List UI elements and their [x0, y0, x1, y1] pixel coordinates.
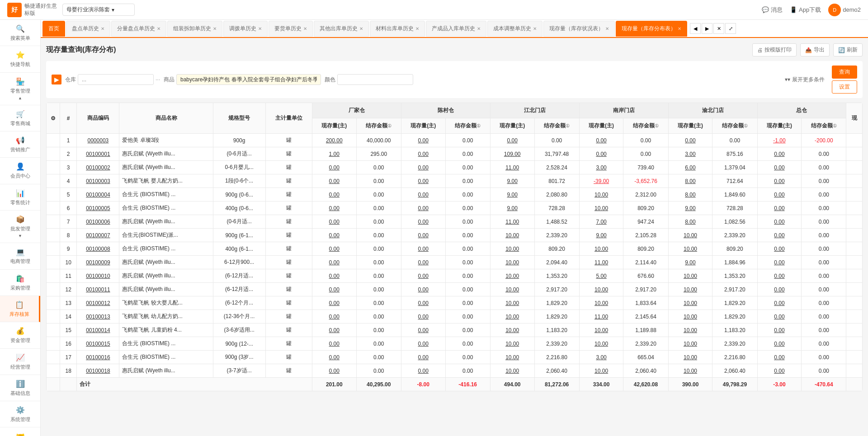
chen-qty-header: 现存量(主)	[401, 118, 445, 134]
top-bar-left: 好 畅捷通好生意 标版 母婴行业演示陈套 ▾	[7, 3, 135, 17]
yubei-qty-header: 现存量(主)	[668, 118, 712, 134]
user-icon: 👤	[16, 162, 25, 171]
color-input[interactable]	[337, 74, 413, 85]
tab-fullscreen-btn[interactable]: ⤢	[725, 23, 736, 34]
tab-material-outbound-history[interactable]: 材料出库单历史 ✕	[370, 21, 425, 37]
message-btn[interactable]: 💬 消息	[762, 6, 783, 14]
app-download-btn[interactable]: 📱 App下载	[790, 6, 821, 14]
refresh-btn[interactable]: 🔄 刷新	[833, 43, 863, 56]
chevron-down-icon: ▾	[112, 7, 114, 13]
tab-cost-adjust-history[interactable]: 成本调整单历史 ✕	[487, 21, 542, 37]
product-filter-field: 商品	[164, 74, 321, 85]
filter-expand-btn[interactable]: ▶	[52, 75, 61, 84]
tab-assembly-history[interactable]: 组装拆卸单历史 ✕	[167, 21, 222, 37]
warehouse-input[interactable]	[78, 74, 154, 85]
export-icon: 📤	[805, 47, 812, 53]
content-area: 首页 盘点单历史 ✕ 分量盘点单历史 ✕ 组装拆卸单历史 ✕ 调拨单历史 ✕	[41, 20, 868, 436]
tab-prev-btn[interactable]: ◀	[690, 23, 701, 34]
tab-inventory-count-history[interactable]: 盘点单历史 ✕	[66, 21, 110, 37]
tab-close-icon[interactable]: ✕	[359, 26, 363, 31]
tab-close-icon[interactable]: ✕	[101, 26, 104, 31]
tab-finished-goods-inbound[interactable]: 产成品入库单历史 ✕	[426, 21, 486, 37]
chen-amt-header: 结存金额①	[445, 118, 490, 134]
megaphone-icon: 📢	[16, 136, 25, 145]
tab-close-all-btn[interactable]: ✕	[713, 23, 724, 34]
sidebar-item-member[interactable]: 👤 会员中心	[0, 158, 40, 184]
export-btn[interactable]: 📤 导出	[800, 43, 830, 56]
settings-column-header: ⚙	[47, 103, 60, 134]
tab-close-icon[interactable]: ✕	[157, 26, 160, 31]
tab-close-icon[interactable]: ✕	[213, 26, 217, 31]
sidebar-item-wholesale[interactable]: 📦 批发管理 ▼	[0, 211, 40, 243]
sidebar-item-system[interactable]: ⚙️ 系统管理	[0, 401, 40, 427]
sidebar-item-ecommerce[interactable]: 💻 电商管理	[0, 243, 40, 269]
money-icon: 💰	[16, 327, 25, 335]
table-row: 700100006惠氏启赋 (Wyeth illu...(0-6月适...罐0.…	[47, 215, 863, 229]
tab-close-icon[interactable]: ✕	[303, 26, 307, 31]
color-filter-field: 颜色	[325, 74, 413, 85]
yubei-amt-header: 结存金额①	[712, 118, 757, 134]
tab-close-icon[interactable]: ✕	[678, 26, 681, 31]
tab-close-icon[interactable]: ✕	[258, 26, 262, 31]
table-row: 400100003飞鹤星飞帆 婴儿配方奶...1段(0-6个...罐0.000.…	[47, 174, 863, 188]
inventory-table: ⚙ # 商品编码 商品名称 规格型号 主计量单位 厂家仓 陈村仓 江北门店 南岸…	[46, 103, 863, 391]
sidebar-item-search[interactable]: 🔍 搜索英单	[0, 20, 40, 46]
tab-requisition-history[interactable]: 要货单历史 ✕	[269, 21, 313, 37]
tab-other-outbound-history[interactable]: 其他出库单历史 ✕	[314, 21, 369, 37]
sidebar-item-enterprise[interactable]: 🤝 企业协同	[0, 427, 40, 436]
table-row: 200100001惠氏启赋 (Wyeth illu...(0-6月适...罐1.…	[47, 147, 863, 161]
table-row: 1700100016合生元 (BIOSTIME) ...900g (3岁...罐…	[47, 351, 863, 364]
tab-close-icon[interactable]: ✕	[477, 26, 481, 31]
sidebar-item-operations[interactable]: 📈 经营管理	[0, 349, 40, 375]
product-input[interactable]	[176, 74, 321, 85]
sidebar-item-inventory[interactable]: 📋 库存核算	[0, 296, 40, 322]
sidebar-item-retail-mgmt[interactable]: 🏪 零售管理 ▲	[0, 73, 40, 105]
message-icon: 💬	[762, 6, 769, 13]
sidebar-item-basic[interactable]: ℹ️ 基础信息	[0, 375, 40, 401]
info-icon: ℹ️	[16, 380, 25, 388]
sidebar-item-purchase[interactable]: 🛍️ 采购管理	[0, 270, 40, 296]
nanan-qty-header: 现存量(主)	[579, 118, 623, 134]
logo-text: 畅捷通好生意 标版	[24, 3, 57, 17]
product-name-column-header: 商品名称	[119, 103, 213, 134]
app-container: 好 畅捷通好生意 标版 母婴行业演示陈套 ▾ 💬 消息 📱 App下载 D	[0, 0, 868, 436]
tab-inventory-distribution[interactable]: 现存量（库存分布表） ✕	[616, 21, 687, 37]
table-row: 1300100012飞鹤星飞帆 较大婴儿配...(6-12个月...罐0.000…	[47, 296, 863, 310]
avatar: D	[828, 4, 841, 16]
query-button[interactable]: 查询	[832, 66, 857, 79]
tab-home[interactable]: 首页	[42, 21, 65, 37]
expand-icon: ▼	[18, 234, 22, 238]
store-icon: 🏪	[16, 77, 25, 86]
sidebar-item-finance[interactable]: 💰 资金管理	[0, 322, 40, 348]
sidebar-item-shortcut[interactable]: ⭐ 快捷导航	[0, 46, 40, 72]
search-icon: 🔍	[16, 24, 25, 33]
fac-qty-header: 现存量(主)	[312, 118, 356, 134]
tab-transfer-history[interactable]: 调拨单历史 ✕	[223, 21, 268, 37]
expand-conditions-btn[interactable]: ▾▾ 展开更多条件	[785, 76, 825, 84]
user-area[interactable]: D demo2	[828, 4, 861, 16]
star-icon: ⭐	[16, 51, 25, 59]
settings-button[interactable]: 设置	[832, 80, 857, 94]
table-row: 1400100013飞鹤星飞帆 幼儿配方奶...(12-36个月...罐0.00…	[47, 310, 863, 323]
tab-close-icon[interactable]: ✕	[415, 26, 419, 31]
table-row: 1500100014飞鹤星飞帆 儿童奶粉 4...(3-6岁适用...罐0.00…	[47, 323, 863, 337]
sidebar-item-retail-stats[interactable]: 📊 零售统计	[0, 184, 40, 211]
tab-portion-count-history[interactable]: 分量盘点单历史 ✕	[111, 21, 166, 37]
industry-selector[interactable]: 母婴行业演示陈套 ▾	[62, 4, 135, 16]
sidebar-item-marketing[interactable]: 📢 营销推广	[0, 131, 40, 158]
print-btn[interactable]: 🖨 按模版打印	[752, 43, 797, 56]
table-row: 300100002惠氏启赋 (Wyeth illu...0-6月婴儿...罐0.…	[47, 161, 863, 174]
warehouse-dots: ···	[156, 76, 160, 83]
logo-area: 好 畅捷通好生意 标版	[7, 3, 57, 17]
tab-next-btn[interactable]: ▶	[702, 23, 712, 34]
sidebar-item-retail-shop[interactable]: 🛒 零售商城	[0, 105, 40, 131]
tab-close-icon[interactable]: ✕	[533, 26, 537, 31]
cart-icon: 🛒	[16, 110, 25, 118]
warehouse-chen-header: 陈村仓	[401, 103, 490, 118]
tab-close-icon[interactable]: ✕	[605, 26, 609, 31]
warehouse-total-header: 总仓	[757, 103, 846, 118]
chevron-down-icon: ▾▾	[785, 76, 790, 83]
tab-inventory-status[interactable]: 现存量（库存状况表） ✕	[543, 21, 615, 37]
expand-icon: ▲	[18, 96, 22, 100]
warehouse-nanan-header: 南岸门店	[579, 103, 668, 118]
